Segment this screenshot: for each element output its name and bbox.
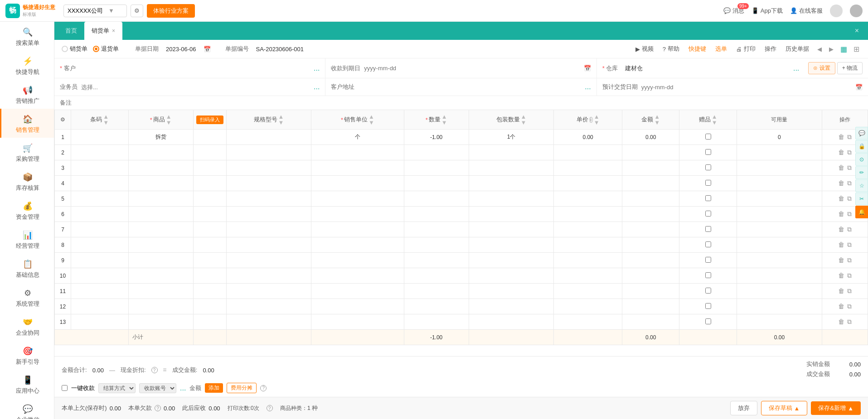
delete-icon[interactable]: 🗑 <box>838 179 844 187</box>
scan-btn[interactable]: 扫码录入 <box>196 116 223 124</box>
sidebar-item-basic[interactable]: 📋 基础信息 <box>0 254 54 283</box>
sales-order-radio[interactable]: 销货单 <box>62 45 87 53</box>
delete-icon[interactable]: 🗑 <box>838 133 844 141</box>
delete-icon[interactable]: 🗑 <box>838 149 844 156</box>
col-scan[interactable]: 扫码录入 <box>193 110 226 130</box>
delete-icon[interactable]: 🗑 <box>838 241 844 249</box>
copy-icon[interactable]: ⧉ <box>847 226 852 233</box>
address-dots[interactable]: ... <box>585 83 591 91</box>
quantity-cell[interactable]: -1.00 <box>404 130 469 145</box>
sidebar-item-shortcut[interactable]: ⚡ 快捷导航 <box>0 51 54 80</box>
spec-cell[interactable] <box>226 130 311 145</box>
payment-due-input[interactable] <box>364 65 580 72</box>
fee-help-icon[interactable]: ? <box>260 385 267 391</box>
warehouse-dots[interactable]: ... <box>793 64 799 72</box>
select-btn[interactable]: 选单 <box>713 43 730 54</box>
fee-split-btn[interactable]: 费用分摊 <box>227 383 257 393</box>
col-settings[interactable]: ⚙ <box>55 110 71 130</box>
copy-icon[interactable]: ⧉ <box>847 195 852 202</box>
delete-icon[interactable]: 🗑 <box>838 226 844 233</box>
delete-icon[interactable]: 🗑 <box>838 318 844 326</box>
copy-icon[interactable]: ⧉ <box>847 318 852 326</box>
gift-cell[interactable] <box>679 130 737 145</box>
sidebar-item-appstore[interactable]: 📱 应用中心 <box>0 370 54 399</box>
sidebar-item-operation[interactable]: 📊 经营管理 <box>0 225 54 254</box>
help-btn[interactable]: ? 帮助 <box>660 43 682 54</box>
history-btn[interactable]: 历史单据 <box>783 43 812 54</box>
calendar3-icon[interactable]: 📅 <box>855 84 863 91</box>
sidebar-item-guide[interactable]: 🎯 新手引导 <box>0 341 54 370</box>
delete-icon[interactable]: 🗑 <box>838 303 844 310</box>
sidebar-item-inventory[interactable]: 📦 库存核算 <box>0 167 54 196</box>
draft-btn[interactable]: 保存草稿 ▲ <box>761 401 808 415</box>
debit-help-icon[interactable]: ? <box>155 405 161 411</box>
tab-bar-close-btn[interactable]: × <box>849 27 864 35</box>
float-btn-scissors[interactable]: ✂ <box>855 193 868 205</box>
save-new-btn[interactable]: 保存&新增 ▲ <box>811 401 861 415</box>
calendar-icon[interactable]: 📅 <box>204 46 211 53</box>
sidebar-item-enterprise[interactable]: 🤝 企业协同 <box>0 312 54 341</box>
sidebar-item-wechat[interactable]: 💬 企业微信 <box>0 399 54 419</box>
video-btn[interactable]: ▶ 视频 <box>633 43 656 54</box>
delete-icon[interactable]: 🗑 <box>838 195 844 202</box>
amount-cell[interactable]: 0.00 <box>622 130 679 145</box>
trial-button[interactable]: 体验行业方案 <box>147 4 195 18</box>
copy-icon[interactable]: ⧉ <box>847 272 852 279</box>
sidebar-item-marketing[interactable]: 📢 营销推广 <box>0 80 54 109</box>
account-dots[interactable]: ... <box>180 384 186 392</box>
cash-discount-help-icon[interactable]: ? <box>151 367 158 373</box>
float-btn-message[interactable]: 💬 <box>855 127 868 140</box>
settlement-method-select[interactable]: 结算方式 <box>98 383 136 393</box>
sidebar-item-purchase[interactable]: 🛒 采购管理 <box>0 138 54 167</box>
delete-icon[interactable]: 🗑 <box>838 287 844 295</box>
print-btn[interactable]: 🖨 打印 <box>733 43 758 54</box>
remarks-input[interactable] <box>75 100 863 106</box>
pack-qty-cell[interactable]: 1个 <box>469 130 554 145</box>
company-selector[interactable]: XXXXXX公司 ▼ <box>63 5 127 17</box>
float-btn-edit[interactable]: ✏ <box>855 166 868 179</box>
calendar2-icon[interactable]: 📅 <box>584 65 591 72</box>
copy-icon[interactable]: ⧉ <box>847 241 852 249</box>
float-btn-eye[interactable]: ⊙ <box>855 153 868 166</box>
next-btn[interactable]: ▶ <box>827 46 835 53</box>
discard-btn[interactable]: 放弃 <box>730 401 757 415</box>
print-help-icon[interactable]: ? <box>267 405 273 411</box>
barcode-cell[interactable] <box>71 130 129 145</box>
sidebar-item-search[interactable]: 🔍 搜索菜单 <box>0 22 54 51</box>
avatar2[interactable] <box>850 5 863 17</box>
shortcut-btn[interactable]: 快捷键 <box>686 43 709 54</box>
sidebar-item-sales[interactable]: 🏠 销售管理 <box>0 109 54 138</box>
copy-icon[interactable]: ⧉ <box>847 256 852 264</box>
delete-icon[interactable]: 🗑 <box>838 210 844 218</box>
tab-sales-order[interactable]: 销货单 × <box>84 22 122 40</box>
copy-icon[interactable]: ⧉ <box>847 133 852 141</box>
float-btn-lock[interactable]: 🔒 <box>855 140 868 153</box>
unit-price-cell[interactable]: 0.00 <box>554 130 622 145</box>
copy-icon[interactable]: ⧉ <box>847 179 852 187</box>
settings-button[interactable]: ⚙ <box>131 5 143 17</box>
customer-address-input[interactable] <box>358 84 581 91</box>
settings-form-btn[interactable]: ⊙ 设置 <box>808 62 835 74</box>
operation-btn[interactable]: 操作 <box>762 43 779 54</box>
sidebar-item-finance[interactable]: 💰 资金管理 <box>0 196 54 225</box>
copy-icon[interactable]: ⧉ <box>847 210 852 218</box>
salesperson-input[interactable] <box>81 84 310 91</box>
copy-icon[interactable]: ⧉ <box>847 287 852 295</box>
return-order-radio[interactable]: 退货单 <box>93 45 119 53</box>
message-button[interactable]: 💬 消息 99+ <box>723 7 744 15</box>
copy-icon[interactable]: ⧉ <box>847 149 852 156</box>
salesperson-dots[interactable]: ... <box>314 83 320 91</box>
online-service-button[interactable]: 👤 在线客服 <box>790 7 823 15</box>
float-btn-notify[interactable]: 🔔 <box>855 206 868 218</box>
delete-icon[interactable]: 🗑 <box>838 164 844 172</box>
tab-close-icon[interactable]: × <box>112 28 115 34</box>
add-payment-btn[interactable]: 添加 <box>205 383 223 393</box>
customer-dots[interactable]: ... <box>314 64 320 72</box>
logistics-btn[interactable]: + 物流 <box>837 62 863 74</box>
float-btn-star[interactable]: ☆ <box>855 179 868 192</box>
sidebar-item-system[interactable]: ⚙ 系统管理 <box>0 283 54 312</box>
copy-icon[interactable]: ⧉ <box>847 303 852 310</box>
app-download-button[interactable]: 📱 App下载 <box>752 7 783 15</box>
product-cell[interactable]: 拆货 <box>128 130 193 145</box>
grid-view2-btn[interactable]: ⊞ <box>852 45 861 53</box>
